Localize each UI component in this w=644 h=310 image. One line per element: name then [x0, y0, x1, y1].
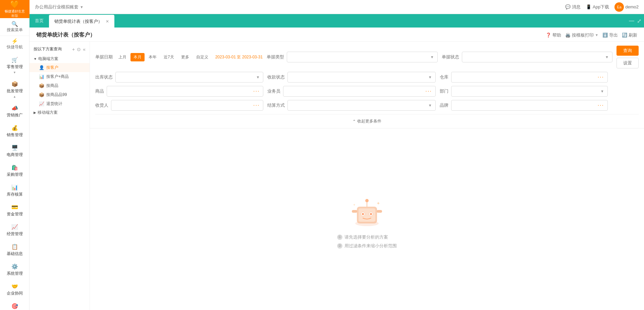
- date-btn-this-year[interactable]: 本年: [146, 53, 160, 61]
- message-icon: 💬: [565, 4, 571, 9]
- receipt-status-select[interactable]: ▼: [287, 72, 435, 83]
- sidebar-item-retail[interactable]: 🛒 零售管理 ▼: [0, 53, 29, 78]
- sidebar-item-operation[interactable]: 📈 经营管理: [0, 220, 29, 240]
- sidebar-item-finance[interactable]: 💳 资金管理: [0, 201, 29, 220]
- date-btn-this-month[interactable]: 本月: [130, 53, 145, 61]
- date-btn-7days[interactable]: 近7天: [161, 53, 177, 61]
- tab-bar-actions: — ⤢: [629, 18, 644, 24]
- sidebar-item-ecommerce[interactable]: 🖥️ 电商管理: [0, 141, 29, 161]
- sidebar-item-sales[interactable]: 💰 销售管理: [0, 121, 29, 141]
- setting-button[interactable]: 设置: [616, 58, 639, 68]
- print-btn[interactable]: 🖨️ 按模板打印 ▼: [565, 32, 598, 38]
- date-btn-more[interactable]: 更多: [178, 53, 192, 61]
- left-panel-icons: + ⊙ «: [72, 47, 86, 52]
- warehouse-dots[interactable]: ···: [598, 74, 604, 80]
- filter-section: 单据日期 上月 本月 本年 近7天 更多 自定义 2023-03-01 至 20…: [90, 42, 644, 128]
- return-stat-label: 退货统计: [46, 101, 62, 107]
- help-label: 帮助: [552, 32, 561, 38]
- date-filter: 单据日期 上月 本月 本年 近7天 更多 自定义 2023-03-01 至 20…: [95, 53, 263, 61]
- svg-rect-10: [377, 210, 382, 213]
- scheme-item-return-stat[interactable]: 📈 退货统计: [30, 99, 90, 108]
- tab-close-icon[interactable]: ✕: [106, 19, 109, 24]
- receiver-dots[interactable]: ···: [253, 102, 260, 108]
- message-btn[interactable]: 💬 消息: [565, 4, 581, 10]
- date-btn-last-month[interactable]: 上月: [115, 53, 129, 61]
- svg-text:✦: ✦: [353, 203, 356, 207]
- help-btn[interactable]: ❓ 帮助: [546, 32, 561, 38]
- sidebar-item-search[interactable]: 🔍 搜索菜单: [0, 18, 29, 36]
- salesperson-select[interactable]: ···: [283, 86, 435, 97]
- salesperson-dots[interactable]: ···: [425, 88, 432, 94]
- product-label: 商品: [95, 88, 104, 94]
- action-buttons: 查询 设置: [616, 46, 639, 68]
- user-profile[interactable]: Ea demo2: [614, 2, 639, 12]
- sidebar-search-label: 搜索菜单: [0, 27, 29, 33]
- receiver-select[interactable]: ···: [111, 100, 263, 111]
- sidebar-item-purchase[interactable]: 🛍️ 采购管理: [0, 161, 29, 181]
- product-select[interactable]: ···: [107, 86, 263, 97]
- doc-type-select[interactable]: ▼: [287, 52, 437, 62]
- by-product-label: 按商品: [46, 83, 58, 89]
- desktop-scheme-header[interactable]: ▼ 电脑端方案: [30, 55, 90, 63]
- out-status-filter: 出库状态 ▼: [95, 72, 263, 83]
- collapse-button[interactable]: ⌃ 收起更多条件: [347, 116, 387, 126]
- date-buttons: 上月 本月 本年 近7天 更多 自定义: [115, 53, 211, 61]
- query-button[interactable]: 查询: [616, 46, 639, 56]
- refresh-btn[interactable]: 🔄 刷新: [622, 32, 637, 38]
- sidebar-item-enterprise[interactable]: 🤝 企业协同: [0, 280, 29, 300]
- collapse-scheme-icon[interactable]: «: [83, 47, 86, 52]
- receipt-status-label: 收款状态: [267, 74, 285, 80]
- mobile-scheme-group: ▶ 移动端方案: [30, 108, 90, 117]
- tab-home[interactable]: 首页: [30, 14, 49, 28]
- scheme-item-by-product[interactable]: 📦 按商品: [30, 81, 90, 90]
- sidebar-item-marketing[interactable]: 📣 营销推广: [0, 102, 29, 121]
- tab-minimize-btn[interactable]: —: [629, 18, 634, 24]
- collapse-up-icon: ⌃: [353, 119, 356, 124]
- department-arrow: ▼: [600, 89, 604, 93]
- svg-point-5: [362, 213, 364, 215]
- workspace-selector[interactable]: 办公用品行业模拟账套 ▼: [35, 4, 84, 10]
- sidebar-item-newbie[interactable]: 🎯 新手引导: [0, 300, 29, 310]
- sidebar-item-basic[interactable]: 📋 基础信息: [0, 240, 29, 260]
- tab-sales-stat[interactable]: 销货单统计表（按客户） ✕: [49, 15, 114, 28]
- sales-icon: 💰: [11, 125, 18, 131]
- scheme-item-by-customer[interactable]: 👤 按客户: [30, 63, 90, 72]
- product-dots[interactable]: ···: [253, 88, 260, 94]
- out-status-select[interactable]: ▼: [115, 72, 263, 83]
- sidebar-item-inventory[interactable]: 📊 库存核算: [0, 181, 29, 201]
- ecommerce-label: 电商管理: [7, 152, 23, 158]
- logo-icon: 🧡: [10, 0, 19, 9]
- logo[interactable]: 🧡 畅捷通好生意 标版: [0, 0, 30, 18]
- header-right: 💬 消息 📱 App下载 Ea demo2: [565, 2, 639, 12]
- date-btn-custom[interactable]: 自定义: [193, 53, 211, 61]
- department-select[interactable]: ▼: [451, 86, 608, 97]
- svg-point-6: [370, 213, 372, 215]
- sidebar-item-wholesale[interactable]: 📦 批发管理 ▲: [0, 78, 29, 102]
- app-download-btn[interactable]: 📱 App下载: [586, 4, 609, 10]
- brand-select[interactable]: ···: [451, 100, 608, 111]
- add-scheme-icon[interactable]: +: [72, 47, 75, 52]
- sidebar-item-system[interactable]: ⚙️ 系统管理: [0, 260, 29, 280]
- doc-status-select[interactable]: ▼: [462, 52, 612, 62]
- export-btn[interactable]: ⬇️ 导出: [602, 32, 618, 38]
- inventory-label: 库存核算: [7, 192, 23, 197]
- empty-hint-2-text: 用过滤条件来缩小分析范围: [344, 243, 397, 249]
- system-label: 系统管理: [7, 271, 23, 276]
- scheme-item-by-customer-product[interactable]: 📊 按客户+商品: [30, 72, 90, 81]
- settings-scheme-icon[interactable]: ⊙: [77, 47, 81, 52]
- newbie-icon: 🎯: [11, 303, 18, 309]
- left-panel: 按以下方案查询 + ⊙ « ▼ 电脑端方案 👤 按客户: [30, 42, 90, 310]
- empty-hint-2: ② 用过滤条件来缩小分析范围: [337, 243, 397, 249]
- date-range-display: 2023-03-01 至 2023-03-31: [215, 54, 263, 60]
- logo-text: 畅捷通好生意: [5, 9, 25, 13]
- left-panel-header: 按以下方案查询 + ⊙ «: [30, 45, 90, 55]
- mobile-scheme-label: 移动端方案: [38, 110, 58, 115]
- warehouse-select[interactable]: ···: [451, 72, 608, 83]
- brand-dots[interactable]: ···: [598, 102, 604, 108]
- sidebar-item-quick-nav[interactable]: ⚡ 快捷导航: [0, 36, 29, 52]
- mobile-scheme-header[interactable]: ▶ 移动端方案: [30, 108, 90, 117]
- settlement-select[interactable]: ▼: [287, 100, 435, 111]
- tab-maximize-btn[interactable]: ⤢: [637, 18, 641, 24]
- scheme-item-by-product-99[interactable]: 📦 按商品品99: [30, 90, 90, 99]
- desktop-scheme-label: 电脑端方案: [38, 56, 58, 62]
